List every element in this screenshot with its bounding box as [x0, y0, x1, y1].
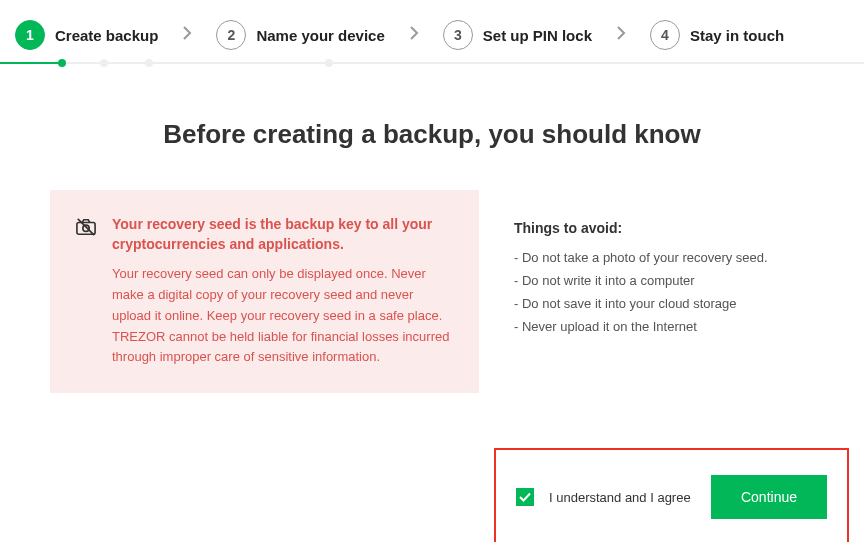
step-label: Set up PIN lock: [483, 27, 592, 44]
warning-panel: Your recovery seed is the backup key to …: [50, 190, 479, 393]
check-icon: [519, 492, 531, 502]
progress-dot: [325, 59, 333, 67]
progress-bar: [0, 62, 864, 64]
continue-button[interactable]: Continue: [711, 475, 827, 519]
svg-line-2: [78, 219, 94, 235]
page-title: Before creating a backup, you should kno…: [0, 119, 864, 150]
step-pin-lock[interactable]: 3 Set up PIN lock: [443, 20, 592, 50]
progress-dot: [100, 59, 108, 67]
step-label: Create backup: [55, 27, 158, 44]
avoid-item: - Do not write it into a computer: [514, 273, 814, 288]
step-number: 4: [650, 20, 680, 50]
avoid-item: - Never upload it on the Internet: [514, 319, 814, 334]
chevron-right-icon: [409, 25, 419, 45]
action-highlight-box: I understand and I agree Continue: [494, 448, 849, 542]
avoid-title: Things to avoid:: [514, 220, 814, 236]
warning-title: Your recovery seed is the backup key to …: [112, 215, 454, 254]
step-number: 2: [216, 20, 246, 50]
step-label: Stay in touch: [690, 27, 784, 44]
chevron-right-icon: [616, 25, 626, 45]
avoid-item: - Do not save it into your cloud storage: [514, 296, 814, 311]
avoid-item: - Do not take a photo of your recovery s…: [514, 250, 814, 265]
step-name-device[interactable]: 2 Name your device: [216, 20, 384, 50]
agree-checkbox[interactable]: [516, 488, 534, 506]
step-number: 1: [15, 20, 45, 50]
progress-dot: [58, 59, 66, 67]
step-number: 3: [443, 20, 473, 50]
chevron-right-icon: [182, 25, 192, 45]
avoid-panel: Things to avoid: - Do not take a photo o…: [514, 190, 814, 393]
stepper: 1 Create backup 2 Name your device 3 Set…: [0, 0, 864, 60]
step-stay-in-touch[interactable]: 4 Stay in touch: [650, 20, 784, 50]
progress-dot: [145, 59, 153, 67]
step-label: Name your device: [256, 27, 384, 44]
warning-text: Your recovery seed can only be displayed…: [112, 264, 454, 368]
agree-label: I understand and I agree: [549, 490, 696, 505]
step-create-backup[interactable]: 1 Create backup: [15, 20, 158, 50]
no-camera-icon: [75, 217, 97, 241]
